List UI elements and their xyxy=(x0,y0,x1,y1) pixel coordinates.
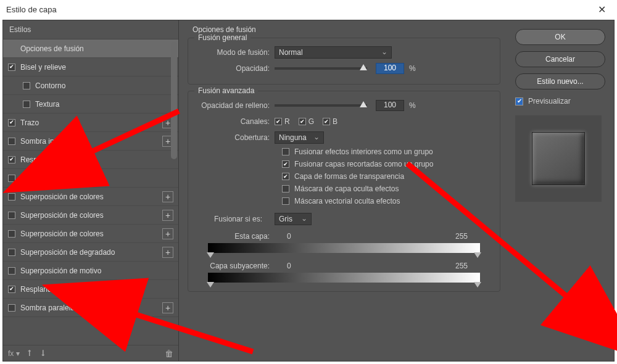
channel-g[interactable]: G xyxy=(299,117,314,126)
general-blending-group: Fusión general Modo de fusión: Normal Op… xyxy=(188,38,500,85)
options-panel: Opciones de fusión Fusión general Modo d… xyxy=(179,20,509,361)
advanced-legend: Fusión avanzada xyxy=(194,86,258,95)
styles-sidebar: Estilos Opciones de fusiónBisel y reliev… xyxy=(3,20,179,361)
style-row-5[interactable]: Sombra interior+ xyxy=(3,132,178,151)
window-title: Estilo de capa xyxy=(6,5,57,14)
preview-label: Previsualizar xyxy=(528,97,571,105)
checkbox-icon xyxy=(275,118,282,125)
scrollbar[interactable] xyxy=(171,42,177,159)
style-label: Trazo xyxy=(20,118,157,127)
under-layer-ramp[interactable] xyxy=(208,273,480,283)
checkbox-icon[interactable] xyxy=(23,82,30,89)
channels-label: Canales: xyxy=(196,117,270,126)
style-label: Satinado xyxy=(20,174,173,183)
plus-icon[interactable]: + xyxy=(162,228,173,239)
checkbox-icon[interactable] xyxy=(8,267,15,275)
flag-label: Fusionar efectos interiores como un grup… xyxy=(294,147,433,156)
new-style-button[interactable]: Estilo nuevo... xyxy=(515,73,605,89)
advanced-blending-group: Fusión avanzada Opacidad de relleno: 100… xyxy=(188,91,500,292)
arrow-down-icon[interactable]: 🠗 xyxy=(39,349,47,358)
flag-1[interactable]: Fusionar capas recortadas como un grupo xyxy=(282,158,492,170)
opacity-label: Opacidad: xyxy=(196,64,270,73)
style-label: Resplandor exterior xyxy=(20,285,173,294)
fx-menu[interactable]: fx ▾ xyxy=(8,349,20,358)
flag-4[interactable]: Máscara vectorial oculta efectos xyxy=(282,195,492,207)
flag-2[interactable]: Capa de formas de transparencia xyxy=(282,170,492,183)
checkbox-icon[interactable] xyxy=(8,230,15,238)
style-row-3[interactable]: Textura xyxy=(3,95,178,114)
opacity-input[interactable]: 100 xyxy=(376,63,404,74)
this-layer-label: Esta capa: xyxy=(196,232,270,241)
blendif-select[interactable]: Gris xyxy=(275,213,312,225)
channel-b[interactable]: B xyxy=(323,117,337,126)
checkbox-icon[interactable] xyxy=(8,119,15,126)
styles-footer: fx ▾ 🠕 🠗 🗑 xyxy=(3,345,178,361)
channel-r[interactable]: R xyxy=(275,117,290,126)
flag-label: Capa de formas de transparencia xyxy=(294,172,404,181)
style-row-8[interactable]: Superposición de colores+ xyxy=(3,188,178,206)
style-row-11[interactable]: Superposición de degradado+ xyxy=(3,243,178,262)
checkbox-icon[interactable] xyxy=(23,101,30,108)
this-layer-ramp[interactable] xyxy=(208,243,480,253)
checkbox-icon[interactable] xyxy=(8,175,15,182)
checkbox-icon[interactable] xyxy=(8,286,15,293)
plus-icon[interactable]: + xyxy=(162,210,173,221)
knockout-label: Cobertura: xyxy=(196,133,270,142)
style-row-9[interactable]: Superposición de colores+ xyxy=(3,206,178,225)
fill-opacity-slider[interactable] xyxy=(275,104,367,107)
ok-button[interactable]: OK xyxy=(515,29,605,45)
style-row-2[interactable]: Contorno xyxy=(3,77,178,95)
preview-swatch xyxy=(515,115,602,202)
style-row-1[interactable]: Bisel y relieve xyxy=(3,58,178,77)
knockout-select[interactable]: Ninguna xyxy=(275,131,324,144)
blend-mode-select[interactable]: Normal xyxy=(275,46,392,59)
style-label: Sombra paralela xyxy=(20,304,157,312)
fill-opacity-input[interactable]: 100 xyxy=(376,100,404,111)
plus-icon[interactable]: + xyxy=(162,247,173,258)
checkbox-icon[interactable] xyxy=(8,156,15,163)
checkbox-icon[interactable] xyxy=(8,138,15,145)
preview-square xyxy=(532,132,585,185)
style-label: Superposición de degradado xyxy=(20,248,157,257)
checkbox-icon xyxy=(282,197,289,205)
opacity-slider[interactable] xyxy=(275,67,367,70)
flag-label: Máscara vectorial oculta efectos xyxy=(294,197,400,205)
layer-style-dialog: Estilos Opciones de fusiónBisel y reliev… xyxy=(2,20,615,362)
styles-header: Estilos xyxy=(3,20,178,39)
flag-label: Fusionar capas recortadas como un grupo xyxy=(294,160,433,168)
style-row-7[interactable]: Satinado xyxy=(3,169,178,188)
style-row-6[interactable]: Resplandor interior xyxy=(3,151,178,169)
checkbox-icon[interactable] xyxy=(8,64,15,71)
checkbox-icon xyxy=(323,118,330,125)
blend-mode-label: Modo de fusión: xyxy=(196,48,270,57)
style-label: Superposición de motivo xyxy=(20,267,173,275)
flag-0[interactable]: Fusionar efectos interiores como un grup… xyxy=(282,146,492,158)
style-label: Resplandor interior xyxy=(20,155,173,164)
style-label: Superposición de colores xyxy=(20,192,157,201)
titlebar: Estilo de capa ✕ xyxy=(0,0,617,19)
cancel-button[interactable]: Cancelar xyxy=(515,51,605,67)
style-row-4[interactable]: Trazo+ xyxy=(3,114,178,132)
style-label: Textura xyxy=(35,100,173,109)
arrow-up-icon[interactable]: 🠕 xyxy=(26,349,33,358)
style-row-12[interactable]: Superposición de motivo xyxy=(3,262,178,280)
style-row-0[interactable]: Opciones de fusión xyxy=(3,39,178,58)
plus-icon[interactable]: + xyxy=(162,191,173,202)
plus-icon[interactable]: + xyxy=(162,302,173,313)
opacity-unit: % xyxy=(409,64,416,73)
checkbox-icon[interactable] xyxy=(8,193,15,201)
checkbox-icon xyxy=(282,185,289,192)
checkbox-icon[interactable] xyxy=(8,304,15,312)
style-row-10[interactable]: Superposición de colores+ xyxy=(3,225,178,243)
checkbox-icon[interactable] xyxy=(8,212,15,219)
trash-icon[interactable]: 🗑 xyxy=(165,349,173,358)
style-row-13[interactable]: Resplandor exterior xyxy=(3,280,178,299)
under-layer-label: Capa subyacente: xyxy=(196,262,270,270)
flag-3[interactable]: Máscara de capa oculta efectos xyxy=(282,183,492,195)
preview-checkbox[interactable]: Previsualizar xyxy=(515,97,605,105)
style-label: Superposición de colores xyxy=(20,211,157,220)
style-row-14[interactable]: Sombra paralela+ xyxy=(3,299,178,317)
styles-scroll[interactable]: Opciones de fusiónBisel y relieveContorn… xyxy=(3,39,178,345)
close-icon[interactable]: ✕ xyxy=(593,1,611,18)
checkbox-icon[interactable] xyxy=(8,249,15,256)
